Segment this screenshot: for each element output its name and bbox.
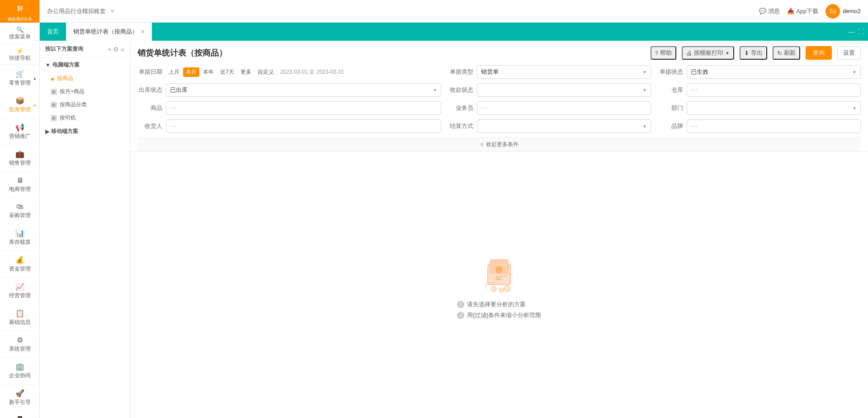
scheme-by-month-product[interactable]: ⊞ 按月+商品 [45,85,130,98]
empty-tip-2-text: 用[过滤]条件来缩小分析范围 [467,311,541,319]
report-tab-label: 销货单统计表（按商品） [73,28,138,36]
sidebar-item-enterprise[interactable]: 🏢 企业协同 [0,358,39,385]
template-print-btn[interactable]: 🖨 按模板打印 ▼ [682,46,734,60]
date-tab-custom[interactable]: 自定义 [255,67,277,77]
department-arrow-icon: ▼ [852,106,857,111]
sidebar-item-operation[interactable]: 📈 经营管理 [0,278,39,304]
brand-dots-icon: ··· [691,122,698,130]
sidebar-item-apps[interactable]: 📱 应用中心 [0,411,39,418]
left-panel-title: 按以下方案查询 [45,45,83,53]
settings-btn[interactable]: 设置 [837,46,861,60]
sidebar-item-guide-label: 新手引导 [9,399,31,406]
settings-label: 设置 [843,49,855,57]
window-minimize-icon[interactable]: — [848,28,854,35]
header-right: 💬 消息 📥 App下载 Ea demo2 [759,4,861,19]
date-tab-current-month[interactable]: 本月 [183,67,199,77]
sidebar-item-basic[interactable]: 📋 基础信息 [0,304,39,331]
payment-label: 收款状态 [448,86,473,94]
user-info[interactable]: Ea demo2 [826,4,861,19]
export-btn[interactable]: ⬇ 导出 [740,46,767,60]
enterprise-icon: 🏢 [15,362,24,371]
date-tab-more[interactable]: 更多 [238,67,254,77]
sidebar-item-marketing[interactable]: 📢 营销推广 [0,119,39,145]
recipient-label: 收货人 [137,122,162,130]
refresh-icon: ↻ [777,50,782,57]
mobile-scheme-group[interactable]: ▶ 移动端方案 [40,124,130,138]
collapse-label: ∧ 收起更多条件 [480,141,518,147]
logo[interactable]: 好 畅捷通好生意 [0,0,39,23]
product-input[interactable]: ··· [166,101,441,115]
sidebar-item-purchase[interactable]: 🛍 采购管理 [0,198,39,224]
export-label: 导出 [751,49,763,57]
desktop-scheme-group[interactable]: ▼ 电脑端方案 [40,58,130,72]
tip-num-2: 2 [457,312,464,319]
scheme-by-product-label: 按商品 [57,75,73,82]
message-icon: 💬 [759,8,766,14]
query-btn[interactable]: 查询 [806,46,832,60]
brand-label: 品牌 [658,122,683,130]
svg-point-4 [495,266,503,273]
scheme-by-category[interactable]: ⊞ 按商品分类 [45,98,130,111]
svg-point-9 [504,285,510,292]
department-select[interactable]: ▼ [687,101,861,115]
search-menu[interactable]: 🔍 搜索菜单 [0,23,39,45]
sidebar-item-finance[interactable]: 💰 资金管理 [0,251,39,278]
recipient-dots-icon: ··· [170,122,177,130]
sidebar-item-ecommerce[interactable]: 🖥 电商管理 [0,172,39,198]
sidebar-item-sales-label: 销售管理 [9,159,31,167]
brand-filter-item: 品牌 ··· [658,119,861,133]
sidebar-item-sales[interactable]: 💼 销售管理 [0,145,39,172]
app-download-btn[interactable]: 📥 App下载 [787,7,818,15]
filter-area: 单据日期 上月 本月 本年 近7天 更多 自定义 20 [137,65,861,151]
storage-input[interactable]: ··· [687,83,861,97]
recipient-input[interactable]: ··· [166,119,441,133]
scheme-by-supplier[interactable]: ⊞ 按司机 [45,111,130,124]
page-actions: ? 帮助 🖨 按模板打印 ▼ ⬇ 导出 ↻ [651,46,861,60]
date-tab-last-month[interactable]: 上月 [166,67,182,77]
date-tab-7days[interactable]: 近7天 [217,67,237,77]
page-header: 销货单统计表（按商品） ? 帮助 🖨 按模板打印 ▼ ⬇ [130,41,868,152]
avatar[interactable]: Ea [826,4,840,19]
sidebar-item-guide[interactable]: 🚀 新手引导 [0,385,39,411]
brand-input[interactable]: ··· [687,119,861,133]
quick-nav-label: 快捷导航 [9,55,31,61]
left-panel-actions: + ⚙ « [108,46,124,53]
settlement-filter-item: 结算方式 ▼ [448,119,651,133]
collapse-more-btn[interactable]: ∧ 收起更多条件 [137,138,861,151]
warehouse-select[interactable]: 已出库 ▼ [166,83,441,97]
date-tab-year[interactable]: 本年 [200,67,217,77]
tab-bar: 首页 销货单统计表（按商品） ✕ — ⛶ [40,23,868,41]
tab-home[interactable]: 首页 [40,23,66,41]
sidebar-item-retail[interactable]: 🛒 零售管理 [0,65,39,92]
message-btn[interactable]: 💬 消息 [759,7,780,15]
collapse-panel-icon[interactable]: « [121,46,124,53]
empty-tip-1: 1 请先选择要分析的方案 [457,300,541,309]
doc-status-arrow-icon: ▼ [852,70,857,75]
salesperson-input[interactable]: ··· [477,101,651,115]
settlement-select[interactable]: ▼ [477,119,651,133]
empty-state: 1 请先选择要分析的方案 2 用[过滤]条件来缩小分析范围 [130,152,868,418]
window-controls: — ⛶ [848,28,868,35]
settlement-label: 结算方式 [448,122,473,130]
add-scheme-btn[interactable]: + [108,46,111,53]
storage-label: 仓库 [658,86,683,94]
sidebar-item-wholesale[interactable]: 📦 批发管理 [0,92,39,119]
scheme-by-product[interactable]: ● 按商品 [45,72,130,85]
doc-type-select[interactable]: 销货单 ▼ [477,65,651,79]
doc-status-select[interactable]: 已生效 ▼ [687,65,861,79]
edit-scheme-icon[interactable]: ⚙ [113,46,119,53]
help-icon: ? [655,50,658,57]
svg-text:好: 好 [16,5,23,11]
sidebar-item-system[interactable]: ⚙ 系统管理 [0,331,39,358]
window-expand-icon[interactable]: ⛶ [858,28,864,35]
tab-close-icon[interactable]: ✕ [141,29,145,35]
help-btn[interactable]: ? 帮助 [651,46,676,60]
empty-tips: 1 请先选择要分析的方案 2 用[过滤]条件来缩小分析范围 [457,300,541,319]
export-icon: ⬇ [744,50,749,57]
quick-nav[interactable]: ⚡ 快捷导航 [0,45,39,65]
refresh-btn[interactable]: ↻ 刷新 [773,46,800,60]
tab-report[interactable]: 销货单统计表（按商品） ✕ [66,23,152,41]
sidebar-item-purchase-label: 采购管理 [9,212,31,219]
payment-select[interactable]: ▼ [477,83,651,97]
sidebar-item-inventory[interactable]: 📊 库存核算 [0,224,39,251]
